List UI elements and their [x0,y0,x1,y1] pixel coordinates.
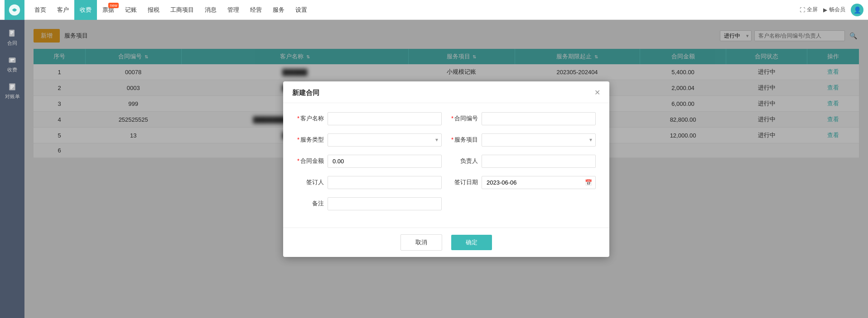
cancel-button[interactable]: 取消 [400,234,442,251]
nav-business[interactable]: 工商项目 [165,0,199,20]
nav-tax[interactable]: 报税 [142,0,165,20]
nav-items: 首页 客户 收费 票据 new 记账 报税 工商项目 消息 管理 经营 服务 设… [29,0,800,20]
svg-rect-12 [10,88,12,89]
svg-rect-3 [10,33,14,33]
sidebar: 合同 收费 对账单 [0,20,24,318]
contract-amount-input[interactable] [328,155,442,168]
remark-label: 备注 [297,199,324,208]
modal-header: 新建合同 ✕ [283,81,609,103]
signer-input[interactable] [328,176,442,189]
field-sign-date: 签订日期 📅 [451,176,596,189]
person-in-charge-label: 负责人 [451,157,478,165]
svg-rect-7 [10,61,13,62]
customer-name-input[interactable] [328,112,442,125]
new-contract-modal: 新建合同 ✕ *客户名称 *合同编号 [283,81,609,257]
confirm-button[interactable]: 确定 [451,235,492,250]
nav-management[interactable]: 管理 [222,0,245,20]
field-remark: 备注 [297,197,442,210]
nav-service[interactable]: 服务 [267,0,290,20]
svg-rect-11 [10,87,13,88]
service-item-select[interactable] [482,133,596,147]
nav-billing[interactable]: 收费 [74,0,97,20]
nav-settings[interactable]: 设置 [290,0,313,20]
field-contract-no: *合同编号 [451,112,596,125]
remark-input[interactable] [328,197,442,210]
service-type-select-wrap [328,133,442,147]
required-star: * [297,115,299,122]
field-service-item: *服务项目 [451,133,596,147]
contract-no-label: *合同编号 [451,114,478,123]
calendar-icon[interactable]: 📅 [585,179,592,186]
nav-customer[interactable]: 客户 [52,0,74,20]
contract-amount-label: *合同金额 [297,157,324,165]
form-row-3: *合同金额 负责人 [297,155,596,168]
sign-date-input[interactable] [482,176,596,189]
sign-date-label: 签订日期 [451,178,478,186]
svg-rect-4 [10,33,12,34]
svg-rect-10 [10,86,14,86]
field-person-in-charge: 负责人 [451,155,596,168]
sidebar-item-billing[interactable]: 收费 [0,51,24,78]
field-service-type: *服务类型 [297,133,442,147]
new-badge: new [108,3,119,9]
form-row-1: *客户名称 *合同编号 [297,112,596,125]
nav-right: ⛶ 全屏 ▶ 畅会员 👤 [800,4,863,16]
fullscreen-icon: ⛶ [800,7,805,13]
service-type-select[interactable] [328,133,442,147]
modal-title: 新建合同 [292,89,319,97]
app-logo[interactable] [5,0,24,20]
nav-message[interactable]: 消息 [199,0,222,20]
modal-body: *客户名称 *合同编号 *服务类型 [283,103,609,228]
svg-rect-2 [10,31,14,32]
sidebar-item-statement[interactable]: 对账单 [0,78,24,104]
form-row-2: *服务类型 *服务项目 [297,133,596,147]
modal-footer: 取消 确定 [283,228,609,257]
billing-icon [8,56,17,65]
service-type-label: *服务类型 [297,136,324,144]
customer-name-label: *客户名称 [297,114,324,123]
sidebar-item-contract[interactable]: 合同 [0,24,24,51]
required-star-4: * [451,136,453,143]
nav-operation[interactable]: 经营 [245,0,267,20]
service-item-select-wrap [482,133,596,147]
member-button[interactable]: ▶ 畅会员 [823,6,845,14]
svg-rect-1 [9,30,14,37]
fullscreen-button[interactable]: ⛶ 全屏 [800,6,818,14]
signer-label: 签订人 [297,178,324,186]
statement-icon [8,82,17,91]
service-item-label: *服务项目 [451,136,478,144]
required-star-3: * [297,136,299,143]
field-customer-name: *客户名称 [297,112,442,125]
contract-icon [8,29,17,38]
nav-home[interactable]: 首页 [29,0,52,20]
top-nav: 首页 客户 收费 票据 new 记账 报税 工商项目 消息 管理 经营 服务 设… [0,0,868,20]
form-row-4: 签订人 签订日期 📅 [297,176,596,189]
modal-close-button[interactable]: ✕ [594,89,600,96]
svg-rect-8 [9,84,15,90]
close-icon: ✕ [594,89,600,96]
avatar-icon: 👤 [854,6,861,14]
required-star-2: * [451,115,453,122]
field-contract-amount: *合同金额 [297,155,442,168]
nav-invoice[interactable]: 票据 new [97,0,120,20]
sign-date-wrap: 📅 [482,176,596,189]
svg-rect-5 [9,57,16,63]
avatar[interactable]: 👤 [851,4,863,16]
required-star-5: * [297,157,299,164]
contract-no-input[interactable] [482,112,596,125]
play-icon: ▶ [823,7,827,13]
form-row-5: 备注 [297,197,596,210]
svg-rect-6 [10,59,14,60]
modal-overlay[interactable]: 新建合同 ✕ *客户名称 *合同编号 [24,20,868,318]
person-in-charge-input[interactable] [482,155,596,168]
svg-rect-9 [10,85,14,85]
field-signer: 签订人 [297,176,442,189]
nav-bookkeeping[interactable]: 记账 [120,0,142,20]
